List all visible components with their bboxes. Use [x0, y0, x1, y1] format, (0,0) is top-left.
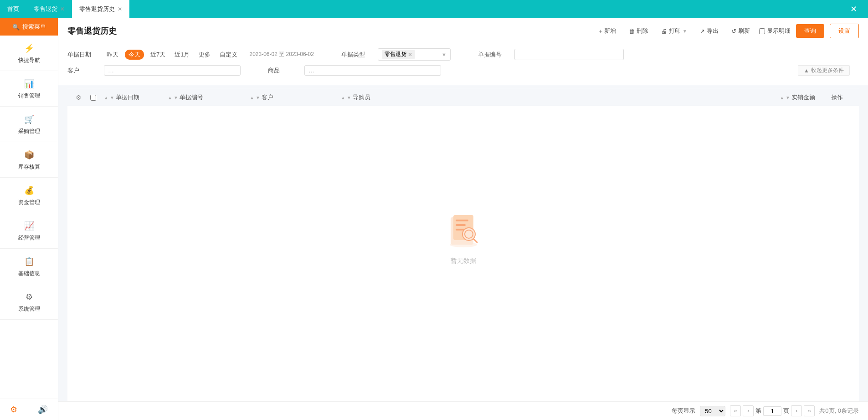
date-month-btn[interactable]: 近1月 [172, 50, 192, 60]
goods-select[interactable]: … [304, 65, 441, 76]
customer-dots: … [108, 67, 114, 74]
sidebar-item-finance-label: 资金管理 [18, 199, 40, 206]
doc-no-label: 单据编号 [478, 51, 505, 59]
collapse-filters-button[interactable]: ▲ 收起更多条件 [798, 65, 850, 76]
customer-filter-label: 客户 [67, 67, 95, 75]
close-history-icon[interactable]: ✕ [118, 6, 122, 12]
customer-select[interactable]: … [104, 65, 241, 76]
search-icon: 🔍 [12, 24, 20, 31]
col-customer-sort-down: ▼ [256, 95, 260, 100]
table-settings-icon[interactable]: ⚙ [71, 94, 86, 101]
table-header: ⚙ ▲ ▼ 单据日期 ▲ ▼ 单据编号 ▲ [67, 89, 859, 106]
export-icon: ↗ [700, 28, 705, 35]
sidebar-item-system[interactable]: ⚙ 系统管理 [0, 284, 58, 320]
close-retail-return-icon[interactable]: ✕ [60, 6, 65, 12]
tab-retail-return-history-label: 零售退货历史 [79, 5, 115, 13]
table-area: ⚙ ▲ ▼ 单据日期 ▲ ▼ 单据编号 ▲ [67, 89, 859, 401]
col-amount: ▲ ▼ 实销金额 [410, 93, 819, 102]
filter-row-2: 客户 … 商品 … ▲ 收起更多条件 [67, 65, 859, 76]
print-label: 打印 [669, 27, 681, 35]
toolbar: + 新增 🗑 删除 🖨 打印 ▼ ↗ 导出 [596, 24, 859, 38]
sidebar-item-basic-info[interactable]: 📋 基础信息 [0, 249, 58, 284]
tab-home[interactable]: 首页 [0, 0, 26, 18]
top-bar-right: ✕ [845, 4, 868, 14]
first-page-button[interactable]: « [730, 405, 741, 416]
sidebar-item-sales[interactable]: 📊 销售管理 [0, 71, 58, 107]
page-title: 零售退货历史 [67, 26, 117, 36]
date-week-btn[interactable]: 近7天 [148, 50, 168, 60]
col-date-label: 单据日期 [116, 93, 139, 102]
date-range-to: 至 [279, 51, 286, 57]
tab-retail-return[interactable]: 零售退货 ✕ [26, 0, 72, 18]
new-button[interactable]: + 新增 [596, 25, 620, 37]
delete-button[interactable]: 🗑 删除 [625, 25, 652, 37]
show-detail-checkbox[interactable] [759, 28, 765, 34]
query-button[interactable]: 查询 [796, 24, 824, 38]
sidebar-item-system-label: 系统管理 [18, 305, 40, 313]
print-button[interactable]: 🖨 打印 ▼ [657, 25, 691, 37]
sidebar-item-operations-label: 经营管理 [18, 234, 40, 242]
date-filters: 昨天 今天 近7天 近1月 更多 自定义 [104, 50, 240, 60]
select-all-input[interactable] [90, 95, 96, 101]
content-inner: ⚙ ▲ ▼ 单据日期 ▲ ▼ 单据编号 ▲ [58, 85, 868, 401]
sidebar: 🔍 搜索菜单 ⚡ 快捷导航 📊 销售管理 🛒 采购管理 📦 库存核算 💰 资金管… [0, 18, 58, 420]
sidebar-item-quick-nav[interactable]: ⚡ 快捷导航 [0, 36, 58, 71]
doc-type-tag: 零售退货 ✕ [382, 50, 415, 59]
doc-type-remove-icon[interactable]: ✕ [408, 51, 412, 58]
col-date: ▲ ▼ 单据日期 [100, 93, 164, 102]
last-page-button[interactable]: » [804, 405, 815, 416]
show-detail-checkbox-group: 显示明细 [759, 27, 791, 35]
settings-button[interactable]: 设置 [830, 24, 859, 38]
doc-type-select[interactable]: 零售退货 ✕ ▼ [378, 48, 451, 61]
prev-page-button[interactable]: ‹ [743, 405, 754, 416]
col-customer-sort-up: ▲ [250, 95, 254, 100]
page-label: 第 [755, 407, 761, 415]
new-icon: + [599, 28, 603, 35]
goods-filter-label: 商品 [268, 67, 295, 75]
collapse-label: 收起更多条件 [811, 67, 844, 74]
sidebar-item-operations[interactable]: 📈 经营管理 [0, 213, 58, 249]
doc-no-input[interactable] [514, 49, 624, 60]
per-page-select[interactable]: 50 10 20 100 [700, 406, 725, 416]
date-yesterday-btn[interactable]: 昨天 [104, 50, 121, 60]
export-button[interactable]: ↗ 导出 [696, 25, 722, 37]
col-guide-label: 导购员 [353, 93, 370, 102]
empty-icon [441, 206, 486, 251]
sidebar-item-quick-nav-label: 快捷导航 [18, 56, 40, 64]
refresh-icon: ↺ [731, 28, 736, 35]
date-today-btn[interactable]: 今天 [125, 50, 144, 60]
sales-icon: 📊 [23, 77, 36, 90]
quick-nav-icon: ⚡ [23, 42, 36, 55]
sort-up-icon: ▲ [104, 95, 108, 100]
empty-state: 暂无数据 [67, 106, 859, 401]
sidebar-search-button[interactable]: 🔍 搜索菜单 [0, 18, 58, 36]
total-label: 共0页, 0条记录 [819, 407, 859, 415]
date-custom-btn[interactable]: 自定义 [217, 50, 240, 60]
table-select-all-checkbox[interactable] [86, 95, 100, 101]
top-bar: 首页 零售退货 ✕ 零售退货历史 ✕ ✕ [0, 0, 868, 18]
page-title-row: 零售退货历史 + 新增 🗑 删除 🖨 打印 ▼ [67, 24, 859, 38]
doc-type-value: 零售退货 [385, 51, 406, 58]
next-page-button[interactable]: › [791, 405, 802, 416]
date-more-btn[interactable]: 更多 [196, 50, 213, 60]
page-input[interactable] [763, 406, 781, 416]
print-dropdown-icon: ▼ [683, 29, 687, 34]
sidebar-item-inventory[interactable]: 📦 库存核算 [0, 142, 58, 178]
collapse-icon: ▲ [804, 67, 809, 74]
sidebar-audio-icon[interactable]: 🔊 [38, 405, 48, 415]
col-no: ▲ ▼ 单据编号 [164, 93, 246, 102]
inventory-icon: 📦 [23, 149, 36, 161]
svg-rect-4 [456, 224, 466, 226]
show-detail-label: 显示明细 [767, 27, 791, 35]
finance-icon: 💰 [23, 184, 36, 197]
sidebar-settings-icon[interactable]: ⚙ [10, 405, 17, 415]
col-amount-sort-up: ▲ [780, 95, 784, 100]
export-label: 导出 [707, 27, 719, 35]
sidebar-item-finance[interactable]: 💰 资金管理 [0, 178, 58, 213]
col-no-sort-down: ▼ [174, 95, 178, 100]
window-close-button[interactable]: ✕ [845, 5, 863, 14]
tab-retail-return-history[interactable]: 零售退货历史 ✕ [72, 0, 129, 18]
refresh-button[interactable]: ↺ 刷新 [728, 25, 754, 37]
sidebar-item-purchase[interactable]: 🛒 采购管理 [0, 107, 58, 142]
basic-info-icon: 📋 [23, 255, 36, 268]
